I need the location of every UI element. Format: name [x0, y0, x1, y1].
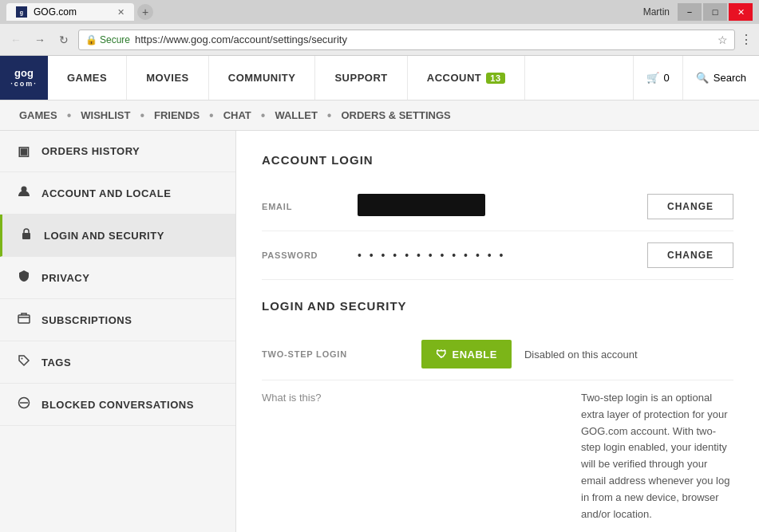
sidebar-label-blocked: BLOCKED CONVERSATIONS — [42, 399, 194, 411]
nav-item-movies[interactable]: MOVIES — [127, 56, 209, 100]
tags-icon — [16, 354, 32, 370]
sidebar-item-account-locale[interactable]: ACCOUNT AND LOCALE — [0, 172, 235, 215]
lock-icon: 🔒 — [85, 34, 97, 45]
window-controls: Martin − □ ✕ — [643, 3, 753, 21]
email-change-button[interactable]: CHANGE — [647, 194, 733, 219]
tab-title: GOG.com — [34, 6, 77, 18]
enable-label: ENABLE — [453, 349, 497, 361]
reload-button[interactable]: ↻ — [54, 30, 73, 49]
nav-item-support[interactable]: SUPPORT — [315, 56, 407, 100]
svg-point-5 — [22, 358, 23, 360]
sidebar-label-tags: TAGS — [42, 357, 71, 368]
privacy-icon — [16, 270, 32, 286]
section-login-security-title: LOGIN AND SECURITY — [262, 299, 733, 313]
main-container: ▣ ORDERS HISTORY ACCOUNT AND LOCALE LOGI… — [0, 131, 759, 532]
address-bar[interactable]: 🔒 Secure https://www.gog.com/account/set… — [78, 30, 735, 50]
svg-rect-4 — [18, 315, 30, 323]
gog-nav-right: 🛒 0 🔍 Search — [633, 56, 759, 100]
nav-item-community[interactable]: COMMUNITY — [209, 56, 316, 100]
subnav-wishlist[interactable]: WISHLIST — [81, 109, 130, 121]
subnav-orders-settings[interactable]: ORDERS & SETTINGS — [341, 109, 450, 121]
sidebar-item-tags[interactable]: TAGS — [0, 341, 235, 384]
cart-button[interactable]: 🛒 0 — [633, 56, 682, 100]
password-dots: • • • • • • • • • • • • • — [358, 249, 505, 262]
sub-navigation: GAMES • WISHLIST • FRIENDS • CHAT • WALL… — [0, 100, 759, 131]
logo-text: gog ·com· — [10, 67, 38, 88]
sidebar-label-account-locale: ACCOUNT AND LOCALE — [42, 187, 171, 199]
tab-close-button[interactable]: ✕ — [117, 7, 125, 18]
shield-icon: 🛡 — [436, 348, 448, 361]
sidebar-label-subscriptions: SUBSCRIPTIONS — [42, 314, 132, 326]
window-username: Martin — [643, 6, 670, 18]
password-label: PASSWORD — [262, 250, 358, 260]
sidebar-item-orders-history[interactable]: ▣ ORDERS HISTORY — [0, 131, 235, 172]
sidebar-item-subscriptions[interactable]: SUBSCRIPTIONS — [0, 299, 235, 341]
what-label-container: What is this? — [262, 390, 421, 404]
enable-two-step-button[interactable]: 🛡 ENABLE — [421, 340, 512, 368]
sidebar: ▣ ORDERS HISTORY ACCOUNT AND LOCALE LOGI… — [0, 131, 236, 532]
what-is-this-row: What is this? Two-step login is an optio… — [262, 380, 733, 532]
subscriptions-icon — [16, 312, 32, 328]
two-step-row: TWO-STEP LOGIN 🛡 ENABLE Disabled on this… — [262, 329, 733, 380]
search-icon: 🔍 — [696, 72, 709, 84]
subnav-dot-5: • — [327, 108, 332, 123]
password-change-button[interactable]: CHANGE — [647, 242, 733, 268]
minimize-button[interactable]: − — [678, 3, 702, 21]
gog-navbar: gog ·com· GAMES MOVIES COMMUNITY SUPPORT… — [0, 56, 759, 100]
sidebar-item-login-security[interactable]: LOGIN AND SECURITY — [0, 215, 235, 257]
what-is-this-link[interactable]: What is this? — [262, 392, 321, 404]
login-security-icon — [18, 227, 34, 243]
svg-rect-3 — [22, 233, 30, 239]
sidebar-item-blocked[interactable]: BLOCKED CONVERSATIONS — [0, 384, 235, 426]
content-area: ACCOUNT LOGIN EMAIL CHANGE PASSWORD • • … — [236, 131, 759, 532]
bookmark-icon[interactable]: ☆ — [717, 33, 728, 46]
password-row: PASSWORD • • • • • • • • • • • • • CHANG… — [262, 231, 733, 280]
close-button[interactable]: ✕ — [729, 3, 753, 21]
password-value: • • • • • • • • • • • • • — [358, 248, 647, 262]
svg-text:g: g — [20, 10, 23, 16]
back-button[interactable]: ← — [6, 30, 26, 49]
email-masked-value — [358, 194, 485, 216]
subnav-dot-2: • — [140, 108, 144, 123]
address-bar-icons: ☆ — [717, 33, 728, 46]
subnav-dot-1: • — [67, 108, 72, 123]
account-locale-icon — [16, 185, 32, 201]
disabled-status-text: Disabled on this account — [524, 349, 638, 361]
nav-item-account[interactable]: ACCOUNT 13 — [408, 56, 525, 100]
account-badge: 13 — [486, 73, 504, 84]
subnav-friends[interactable]: FRIENDS — [154, 109, 200, 121]
email-row: EMAIL CHANGE — [262, 183, 733, 231]
subnav-games[interactable]: GAMES — [19, 109, 57, 121]
orders-history-icon: ▣ — [16, 144, 32, 159]
maximize-button[interactable]: □ — [703, 3, 727, 21]
blocked-icon — [16, 396, 32, 412]
browser-tab[interactable]: g GOG.com ✕ — [6, 3, 134, 21]
sidebar-label-login-security: LOGIN AND SECURITY — [44, 230, 164, 242]
new-tab-button[interactable]: + — [137, 4, 153, 20]
address-bar-container: ← → ↻ 🔒 Secure https://www.gog.com/accou… — [0, 24, 759, 56]
sidebar-label-orders-history: ORDERS HISTORY — [42, 145, 140, 157]
subnav-wallet[interactable]: WALLET — [275, 109, 317, 121]
url-text: https://www.gog.com/account/settings/sec… — [135, 33, 347, 45]
gog-nav-items: GAMES MOVIES COMMUNITY SUPPORT ACCOUNT 1… — [48, 56, 633, 100]
subnav-dot-3: • — [209, 108, 214, 123]
sidebar-label-privacy: PRIVACY — [42, 272, 89, 284]
forward-button[interactable]: → — [30, 30, 49, 49]
secure-indicator: 🔒 Secure — [85, 34, 130, 45]
gog-logo[interactable]: gog ·com· — [0, 56, 48, 100]
subnav-chat[interactable]: CHAT — [223, 109, 251, 121]
nav-item-games[interactable]: GAMES — [48, 56, 127, 100]
subnav-dot-4: • — [261, 108, 266, 123]
sidebar-item-privacy[interactable]: PRIVACY — [0, 257, 235, 299]
email-label: EMAIL — [262, 202, 358, 211]
search-button[interactable]: 🔍 Search — [682, 56, 759, 100]
browser-menu-button[interactable]: ⋮ — [740, 32, 753, 47]
tab-favicon: g — [16, 6, 27, 18]
browser-titlebar: g GOG.com ✕ + Martin − □ ✕ — [0, 0, 759, 24]
cart-icon: 🛒 — [646, 72, 659, 84]
two-step-description: Two-step login is an optional extra laye… — [581, 390, 733, 522]
two-step-label: TWO-STEP LOGIN — [262, 349, 421, 359]
email-value — [358, 194, 647, 219]
section-account-login-title: ACCOUNT LOGIN — [262, 153, 733, 167]
